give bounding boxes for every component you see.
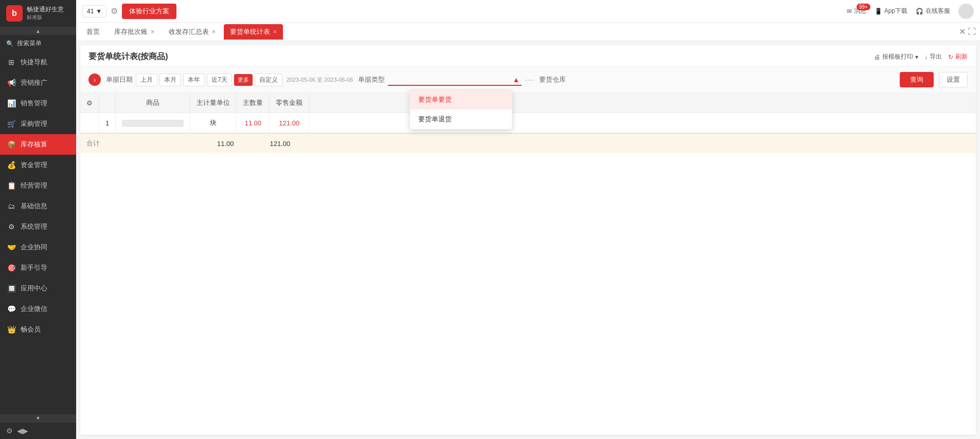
row-num: 1	[99, 113, 116, 133]
tab-home[interactable]: 首页	[80, 24, 106, 40]
refresh-label: 刷新	[955, 52, 968, 61]
doc-type-arrow[interactable]: ▲	[512, 76, 520, 84]
last-7-days-btn[interactable]: 近7天	[207, 74, 232, 86]
dropdown-item-order-delivery[interactable]: 要货单要货	[410, 90, 512, 109]
doc-type-input[interactable]	[388, 74, 522, 86]
date-filter-label: 单据日期	[106, 75, 133, 84]
sidebar-item-label: 系统管理	[21, 222, 47, 231]
tab-inventory-batch-label: 库存批次账	[114, 27, 148, 36]
tab-receive-summary-label: 收发存汇总表	[169, 27, 209, 36]
query-btn[interactable]: 查询	[900, 72, 934, 87]
filter-expand-btn[interactable]: ›	[88, 74, 101, 86]
sidebar-item-quick-nav[interactable]: ⊞ 快捷导航	[0, 52, 76, 72]
this-month-btn[interactable]: 本月	[159, 74, 181, 86]
app-name: 畅捷通好生意	[27, 6, 64, 14]
row-quantity[interactable]: 11.00	[237, 113, 270, 133]
member-icon: 👑	[6, 324, 16, 335]
tab-inventory-batch[interactable]: 库存批次账 ×	[108, 24, 161, 40]
sidebar-item-member[interactable]: 👑 畅会员	[0, 319, 76, 340]
app-download-link[interactable]: 📱 App下载	[875, 7, 907, 15]
collapse-sidebar-icon[interactable]: ◀▶	[17, 427, 28, 435]
message-notification[interactable]: ✉ 消息 99+	[847, 7, 866, 15]
store-selector[interactable]: 41 ▼	[82, 5, 106, 17]
tabbar-expand-icon[interactable]: ⛶	[968, 27, 976, 36]
product-placeholder	[122, 120, 184, 127]
sidebar-item-label: 新手引导	[21, 263, 47, 272]
sidebar-item-label: 销售管理	[21, 99, 47, 108]
store-selector-arrow: ▼	[96, 8, 102, 15]
table-container: ⚙ 商品 主计量单位 主数量 零售金额 1	[80, 93, 976, 133]
date-buttons: 上月 本月 本年 近7天 更多 自定义 2023-05-06 至 2023-06…	[136, 74, 353, 86]
sidebar-search[interactable]: 🔍 搜索菜单	[0, 35, 76, 52]
warehouse-label: 要货仓库	[539, 75, 566, 84]
this-year-btn[interactable]: 本年	[183, 74, 205, 86]
doc-type-dropdown: 要货单要货 要货单退货	[409, 89, 512, 130]
sidebar-bottom: ⚙ ◀▶	[0, 422, 76, 439]
sales-icon: 📊	[6, 98, 16, 108]
sidebar-logo: b 畅捷通好生意 标准版	[0, 0, 76, 27]
col-row-num	[99, 93, 116, 113]
filter-bar: › 单据日期 上月 本月 本年 近7天 更多 自定义 2023-05-06 至 …	[80, 67, 976, 93]
sidebar-item-inventory[interactable]: 📦 库存核算	[0, 134, 76, 155]
sidebar-scroll-up[interactable]: ▲	[0, 27, 76, 35]
sidebar-item-marketing[interactable]: 📢 营销推广	[0, 72, 76, 93]
sidebar-item-purchase[interactable]: 🛒 采购管理	[0, 114, 76, 134]
tab-inventory-batch-close[interactable]: ×	[151, 28, 154, 35]
operation-icon: 📋	[6, 180, 16, 191]
custom-date-btn[interactable]: 自定义	[255, 74, 282, 86]
app-download-icon: 📱	[875, 8, 882, 15]
marketing-icon: 📢	[6, 78, 16, 88]
col-unit: 主计量单位	[190, 93, 237, 113]
sidebar-item-guide[interactable]: 🎯 新手引导	[0, 258, 76, 278]
data-table: ⚙ 商品 主计量单位 主数量 零售金额 1	[80, 93, 976, 133]
table-row: 1 块 11.00 121.00	[80, 113, 976, 133]
guide-icon: 🎯	[6, 263, 16, 273]
sidebar-item-system[interactable]: ⚙ 系统管理	[0, 216, 76, 237]
refresh-btn[interactable]: ↻ 刷新	[948, 52, 968, 61]
doc-type-more[interactable]: ···	[525, 75, 534, 85]
more-dates-btn[interactable]: 更多	[234, 74, 253, 86]
sidebar-item-sales[interactable]: 📊 销售管理	[0, 93, 76, 114]
col-product: 商品	[116, 93, 190, 113]
sidebar-item-finance[interactable]: 💰 资金管理	[0, 155, 76, 175]
topbar-right: ✉ 消息 99+ 📱 App下载 🎧 在线客服	[847, 4, 974, 19]
app-sub: 标准版	[27, 14, 64, 21]
online-service-link[interactable]: 🎧 在线客服	[916, 7, 950, 15]
user-avatar[interactable]	[958, 4, 974, 19]
message-icon: ✉	[847, 8, 852, 15]
sidebar-item-basic[interactable]: 🗂 基础信息	[0, 196, 76, 216]
print-template-btn[interactable]: 🖨 按模板打印 ▾	[874, 52, 918, 61]
date-filter-group: 单据日期 上月 本月 本年 近7天 更多 自定义 2023-05-06 至 20…	[106, 74, 353, 86]
dropdown-item-order-return[interactable]: 要货单退货	[410, 109, 512, 129]
topbar-settings-icon[interactable]: ⚙	[111, 6, 118, 16]
doc-type-select-wrapper: ▲	[388, 74, 522, 86]
sidebar-item-label: 采购管理	[21, 119, 47, 129]
trial-button[interactable]: 体验行业方案	[122, 4, 176, 19]
export-icon: ↓	[924, 53, 928, 61]
sidebar-nav: ⊞ 快捷导航 📢 营销推广 📊 销售管理 🛒 采购管理 📦 库存核算 💰 资金管…	[0, 52, 76, 414]
tab-order-stats[interactable]: 要货单统计表 ×	[224, 24, 283, 40]
tab-receive-summary-close[interactable]: ×	[212, 28, 216, 35]
filter-settings-btn[interactable]: 设置	[939, 72, 968, 87]
sidebar-item-label: 企业协同	[21, 243, 47, 252]
tab-receive-summary[interactable]: 收发存汇总表 ×	[163, 24, 222, 40]
sidebar-item-wechat[interactable]: 💬 企业微信	[0, 299, 76, 319]
page-content: 要货单统计表(按商品) 🖨 按模板打印 ▾ ↓ 导出 ↻ 刷新 ›	[80, 45, 976, 435]
row-sales-amount[interactable]: 121.00	[270, 113, 309, 133]
sidebar-scroll-down[interactable]: ▼	[0, 414, 76, 422]
sidebar-item-label: 库存核算	[21, 140, 47, 149]
sidebar-item-collab[interactable]: 🤝 企业协同	[0, 237, 76, 258]
finance-icon: 💰	[6, 160, 16, 170]
sidebar-item-operation[interactable]: 📋 经营管理	[0, 175, 76, 196]
tab-order-stats-label: 要货单统计表	[230, 27, 270, 36]
system-icon: ⚙	[6, 222, 16, 232]
settings-bottom-icon[interactable]: ⚙	[6, 427, 13, 435]
export-btn[interactable]: ↓ 导出	[924, 52, 942, 61]
sidebar-item-appstore[interactable]: 🔲 应用中心	[0, 278, 76, 299]
col-settings[interactable]: ⚙	[80, 93, 99, 113]
footer-quantity: 11.00	[217, 140, 234, 148]
tabbar-close-all[interactable]: ✕	[959, 27, 966, 36]
tab-order-stats-close[interactable]: ×	[273, 28, 277, 35]
sidebar-item-label: 基础信息	[21, 202, 47, 211]
last-month-btn[interactable]: 上月	[136, 74, 157, 86]
